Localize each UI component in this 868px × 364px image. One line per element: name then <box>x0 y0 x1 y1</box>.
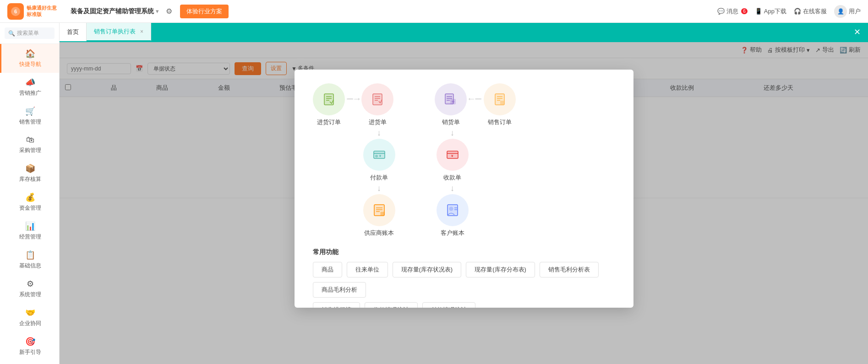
sidebar-item-operations[interactable]: 📊 经营管理 <box>0 217 59 245</box>
payment-bill-node[interactable]: ¥ 付款单 <box>363 139 395 182</box>
megaphone-icon: 📣 <box>25 77 35 87</box>
common-functions-title: 常用功能 <box>313 248 615 256</box>
online-service-action[interactable]: 🎧 在线客服 <box>794 7 827 16</box>
sidebar-item-basic-info[interactable]: 📋 基础信息 <box>0 245 59 274</box>
sidebar-item-inventory[interactable]: 📦 库存核算 <box>0 159 59 188</box>
svg-point-42 <box>449 207 453 211</box>
arrow-left-1: - - - → <box>469 83 482 104</box>
arrow-right-1: - - - → <box>347 83 360 104</box>
tabs-bar: 首页 销售订单执行表 × ✕ <box>60 23 868 42</box>
window-close-button[interactable]: ✕ <box>846 23 868 41</box>
tab-sales-order[interactable]: 销售订单执行表 × <box>87 23 151 41</box>
sale-bill-node[interactable]: 销货单 <box>435 83 467 126</box>
func-btn-8[interactable]: 付款情况统计 <box>422 302 475 308</box>
avatar: 👤 <box>834 5 847 18</box>
message-action[interactable]: 💬 消息 6 <box>717 7 748 16</box>
sidebar-item-sales[interactable]: 🛒 销售管理 <box>0 102 59 130</box>
svg-point-29 <box>375 155 378 158</box>
flow-row-arrows: ↓ ↓ <box>313 128 516 138</box>
clipboard-icon: 📋 <box>25 250 35 260</box>
modal-content: 进货订单 - - - → <box>295 70 633 308</box>
message-icon: 💬 <box>717 8 725 15</box>
app-download-action[interactable]: 📱 App下载 <box>755 7 786 16</box>
tab-home[interactable]: 首页 <box>60 23 87 41</box>
func-grid-2: 销售排行榜 收款情况统计 付款情况统计 <box>313 302 615 308</box>
search-icon: 🔍 <box>8 30 15 37</box>
sidebar-item-guide[interactable]: 🎯 新手引导 <box>0 332 59 361</box>
flow-row-accounts: 供应商账本 客户账本 <box>313 194 516 237</box>
chart-icon: 📊 <box>25 221 35 231</box>
top-bar: 6 畅康通好生意 标准版 装备及固定资产辅助管理系统 ▾ ⚙ 体验行业方案 💬 … <box>0 0 868 23</box>
receipt-bill-node[interactable]: ¥ 收款单 <box>437 139 469 182</box>
func-grid: 商品 往来单位 现存量(库存状况表) 现存量(库存分布表) 销售毛利分析表 商品… <box>313 262 615 298</box>
arrow-down-purchase: ↓ <box>363 128 395 138</box>
phone-icon: 📱 <box>755 8 762 15</box>
target-icon: 🎯 <box>25 337 35 347</box>
message-badge: 6 <box>741 8 748 14</box>
flow-row-arrows2: ↓ ↓ <box>313 184 516 193</box>
flow-diagram: 进货订单 - - - → <box>313 83 615 237</box>
purchase-order-icon <box>313 83 345 115</box>
handshake-icon: 🤝 <box>25 308 35 318</box>
arrow-down-payment: ↓ <box>363 184 395 193</box>
sidebar-search[interactable]: 🔍 搜索菜单 <box>0 23 59 44</box>
sale-order-node[interactable]: 销售订单 <box>484 83 516 126</box>
purchase-order-node[interactable]: 进货订单 <box>313 83 345 126</box>
sidebar-item-system[interactable]: ⚙ 系统管理 <box>0 274 59 303</box>
sidebar-item-enterprise[interactable]: 🤝 企业协同 <box>0 303 59 332</box>
user-action[interactable]: 👤 用户 <box>834 5 861 18</box>
arrow-down-receipt: ↓ <box>437 184 469 193</box>
settings-icon: ⚙ <box>27 279 34 289</box>
tab-spacer: ✕ <box>151 23 868 41</box>
purchase-bill-icon <box>361 83 393 115</box>
tab-close-icon[interactable]: × <box>140 28 143 35</box>
flow-row-payment: ¥ 付款单 ¥ <box>313 139 516 182</box>
money-icon: 💰 <box>25 192 35 202</box>
gear-icon[interactable]: ⚙ <box>163 5 175 18</box>
supplier-account-icon <box>363 194 395 226</box>
sidebar: 🔍 搜索菜单 🏠 快捷导航 📣 营销推广 🛒 销售管理 🛍 采购管理 <box>0 23 60 364</box>
logo-icon: 6 <box>7 3 24 20</box>
func-btn-3[interactable]: 现存量(库存分布表) <box>466 262 535 277</box>
func-btn-2[interactable]: 现存量(库存状况表) <box>393 262 462 277</box>
content-area: 首页 销售订单执行表 × ✕ ❓ 帮助 <box>60 23 868 364</box>
purchase-bill-node[interactable]: 进货单 <box>361 83 393 126</box>
sale-bill-icon <box>435 83 467 115</box>
logo-text: 畅康通好生意 标准版 <box>27 5 57 17</box>
payment-bill-icon: ¥ <box>363 139 395 171</box>
headset-icon: 🎧 <box>794 8 801 15</box>
cart-icon: 🛒 <box>25 106 35 116</box>
func-btn-1[interactable]: 往来单位 <box>347 262 388 277</box>
func-btn-5[interactable]: 商品毛利分析 <box>313 282 366 298</box>
svg-text:6: 6 <box>14 9 17 14</box>
customer-account-icon <box>437 194 469 226</box>
svg-text:¥: ¥ <box>379 154 381 158</box>
svg-rect-7 <box>373 94 382 105</box>
try-button[interactable]: 体验行业方案 <box>180 5 229 18</box>
svg-rect-25 <box>500 101 504 104</box>
func-btn-0[interactable]: 商品 <box>313 262 342 277</box>
system-dropdown[interactable]: ▾ <box>156 8 159 15</box>
receipt-bill-icon: ¥ <box>437 139 469 171</box>
customer-account-node[interactable]: 客户账本 <box>437 194 469 237</box>
sidebar-item-finance[interactable]: 💰 资金管理 <box>0 188 59 217</box>
logo: 6 畅康通好生意 标准版 <box>7 3 67 20</box>
modal-overlay[interactable]: 进货订单 - - - → <box>60 42 868 364</box>
common-functions: 常用功能 商品 往来单位 现存量(库存状况表) 现存量(库存分布表) 销售毛利分… <box>313 248 615 308</box>
flow-row-top: 进货订单 - - - → <box>313 83 516 126</box>
svg-text:¥: ¥ <box>451 154 453 158</box>
supplier-account-node[interactable]: 供应商账本 <box>363 194 395 237</box>
home-icon: 🏠 <box>25 49 35 59</box>
bag-icon: 🛍 <box>26 135 34 145</box>
func-btn-6[interactable]: 销售排行榜 <box>313 302 360 308</box>
arrow-down-sale: ↓ <box>437 128 469 138</box>
system-title: 装备及固定资产辅助管理系统 <box>71 7 154 16</box>
sidebar-item-quicknav[interactable]: 🏠 快捷导航 <box>0 44 59 73</box>
func-btn-4[interactable]: 销售毛利分析表 <box>540 262 599 277</box>
top-bar-right: 💬 消息 6 📱 App下载 🎧 在线客服 👤 用户 <box>717 5 861 18</box>
content-wrapper: ❓ 帮助 🖨 按模板打印 ▾ ↗ 导出 🔄 <box>60 42 868 364</box>
sidebar-item-marketing[interactable]: 📣 营销推广 <box>0 73 59 102</box>
box-icon: 📦 <box>25 163 35 174</box>
sidebar-item-purchase[interactable]: 🛍 采购管理 <box>0 130 59 159</box>
func-btn-7[interactable]: 收款情况统计 <box>365 302 418 308</box>
